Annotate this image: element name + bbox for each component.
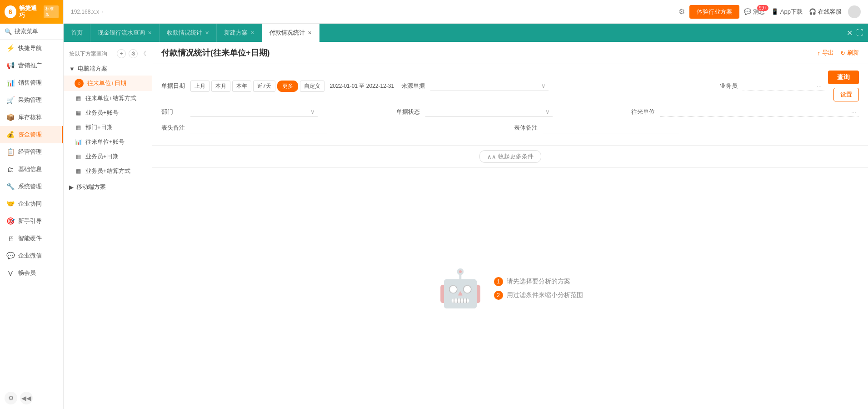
dept-date-icon: ▦ xyxy=(75,124,82,131)
app-download-btn[interactable]: 📱 App下载 xyxy=(771,8,803,16)
search-menu[interactable]: 🔍 搜索菜单 xyxy=(0,24,63,40)
tab-expand-icon[interactable]: ⛶ xyxy=(856,29,863,37)
dept-filter-select[interactable]: ∨ xyxy=(190,107,318,117)
note-header-input[interactable] xyxy=(190,122,327,133)
sidebar-item-capital[interactable]: 💰 资金管理 xyxy=(0,126,63,143)
schema-item-salesperson-settlement[interactable]: ▦ 业务员+结算方式 xyxy=(64,164,152,178)
schema-item-salesperson-account[interactable]: ▦ 业务员+账号 xyxy=(64,106,152,120)
receipt-stats-tab-close[interactable]: ✕ xyxy=(205,30,209,36)
sidebar-item-member[interactable]: V 畅会员 xyxy=(0,264,63,282)
date-filter-btns: 上月 本月 本年 近7天 更多 自定义 xyxy=(190,81,324,92)
tab-close-all-icon[interactable]: ✕ xyxy=(847,29,853,37)
note-body-label: 表体备注 xyxy=(514,124,539,132)
tab-new-schema[interactable]: 新建方案 ✕ xyxy=(217,24,262,42)
date-btn-this-month[interactable]: 本月 xyxy=(211,81,230,92)
cash-flow-tab-close[interactable]: ✕ xyxy=(148,30,152,36)
sidebar-item-marketing[interactable]: 📢 营销推广 xyxy=(0,57,63,74)
schema-item-partner-date[interactable]: ○ 往来单位+日期 xyxy=(64,76,152,91)
salesperson-input[interactable]: ··· xyxy=(743,81,824,91)
add-schema-btn[interactable]: + xyxy=(117,49,126,58)
breadcrumb-chevron: › xyxy=(102,9,104,15)
settings-schema-btn[interactable]: ⚙ xyxy=(129,49,138,58)
message-btn[interactable]: 💬 消息 99+ xyxy=(744,8,765,16)
date-btn-custom[interactable]: 自定义 xyxy=(300,81,324,92)
schema-item-partner-settlement[interactable]: ▦ 往来单位+结算方式 xyxy=(64,91,152,106)
sidebar-item-inventory[interactable]: 📦 库存核算 xyxy=(0,109,63,126)
trial-btn[interactable]: 体验行业方案 xyxy=(689,5,739,19)
partner-account-icon: 📊 xyxy=(75,138,82,146)
payment-stats-tab-close[interactable]: ✕ xyxy=(308,30,312,36)
sidebar-item-smart[interactable]: 🖥 智能硬件 xyxy=(0,230,63,247)
sidebar-item-system[interactable]: 🔧 系统管理 xyxy=(0,178,63,195)
counterpart-input[interactable]: ··· xyxy=(660,107,859,117)
sidebar-item-quicknav[interactable]: ⚡ 快捷导航 xyxy=(0,40,63,57)
date-range-text: 2022-01-01 至 2022-12-31 xyxy=(330,82,394,90)
date-btn-this-year[interactable]: 本年 xyxy=(232,81,251,92)
note-body-input[interactable] xyxy=(543,122,679,133)
message-icon: 💬 xyxy=(744,8,751,15)
left-panel-actions: + ⚙ 《 xyxy=(117,49,146,58)
source-filter-cell: 来源单据 ∨ xyxy=(401,81,713,91)
sidebar-item-wechat[interactable]: 💬 企业微信 xyxy=(0,247,63,264)
empty-hint-2: 2 用过滤条件来缩小分析范围 xyxy=(494,291,583,300)
tab-bar: 首页 现金银行流水查询 ✕ 收款情况统计 ✕ 新建方案 ✕ 付款情况统计 ✕ ✕… xyxy=(64,24,868,42)
salesperson-account-icon: ▦ xyxy=(75,109,82,116)
schema-item-label: 部门+日期 xyxy=(85,123,113,131)
collapse-sidebar-icon[interactable]: ◀◀ xyxy=(20,392,33,404)
member-icon: V xyxy=(6,269,15,277)
sidebar-item-basic[interactable]: 🗂 基础信息 xyxy=(0,161,63,178)
export-btn[interactable]: ↑ 导出 xyxy=(818,49,834,57)
source-filter-select[interactable]: ∨ xyxy=(430,81,549,91)
schema-item-label: 业务员+日期 xyxy=(85,152,119,161)
sidebar-item-label: 资金管理 xyxy=(18,131,42,139)
empty-content: 🤖 1 请先选择要分析的方案 2 用过滤条件来缩小分析范围 xyxy=(438,267,583,310)
left-panel: 按以下方案查询 + ⚙ 《 ▼ 电脑端方案 ○ 往来单位+日期 ▦ xyxy=(64,42,152,409)
settings-filter-btn[interactable]: 设置 xyxy=(833,88,859,101)
home-tab-label: 首页 xyxy=(71,29,83,37)
collapse-panel-btn[interactable]: 《 xyxy=(140,50,146,58)
counterpart-filter-cell: 往来单位 ··· xyxy=(631,107,859,117)
mobile-group-label: 移动端方案 xyxy=(76,183,106,191)
schema-item-dept-date[interactable]: ▦ 部门+日期 xyxy=(64,120,152,135)
page-title: 付款情况统计(往来单位+日期) xyxy=(161,47,270,58)
tab-cash-flow[interactable]: 现金银行流水查询 ✕ xyxy=(90,24,160,42)
quicknav-icon: ⚡ xyxy=(6,44,15,52)
desktop-group-label: 电脑端方案 xyxy=(78,65,107,73)
schema-group-mobile-header[interactable]: ▶ 移动端方案 xyxy=(64,180,152,194)
sidebar-item-sales[interactable]: 📊 销售管理 xyxy=(0,74,63,91)
schema-group-desktop-header[interactable]: ▼ 电脑端方案 xyxy=(64,62,152,76)
user-avatar[interactable] xyxy=(848,5,861,18)
empty-hint-1: 1 请先选择要分析的方案 xyxy=(494,277,583,286)
sidebar-item-operations[interactable]: 📋 经营管理 xyxy=(0,143,63,161)
sidebar-item-purchase[interactable]: 🛒 采购管理 xyxy=(0,91,63,109)
sidebar-item-label: 企业协同 xyxy=(18,200,42,208)
collapse-conditions-btn[interactable]: ∧∧ 收起更多条件 xyxy=(479,150,541,163)
left-panel-header-label: 按以下方案查询 xyxy=(69,50,107,58)
partner-date-active-icon: ○ xyxy=(75,79,84,88)
date-btn-more[interactable]: 更多 xyxy=(277,81,298,92)
date-btn-last-month[interactable]: 上月 xyxy=(190,81,210,92)
content-area: 按以下方案查询 + ⚙ 《 ▼ 电脑端方案 ○ 往来单位+日期 ▦ xyxy=(64,42,868,409)
sidebar-logo: 6 畅捷通巧 标准版 xyxy=(0,0,63,24)
tab-receipt-stats[interactable]: 收款情况统计 ✕ xyxy=(160,24,217,42)
schema-item-partner-account[interactable]: 📊 往来单位+账号 xyxy=(64,135,152,149)
docstatus-filter-select[interactable]: ∨ xyxy=(425,107,553,117)
schema-item-salesperson-date[interactable]: ▦ 业务员+日期 xyxy=(64,149,152,164)
tab-home[interactable]: 首页 xyxy=(64,24,90,42)
sidebar-item-guide[interactable]: 🎯 新手引导 xyxy=(0,212,63,230)
refresh-btn[interactable]: ↻ 刷新 xyxy=(840,49,859,57)
tab-payment-stats[interactable]: 付款情况统计 ✕ xyxy=(262,24,319,42)
counterpart-label: 往来单位 xyxy=(631,108,657,116)
online-service-btn[interactable]: 🎧 在线客服 xyxy=(809,8,842,16)
date-btn-last-7days[interactable]: 近7天 xyxy=(253,81,275,92)
enterprise-icon: 🤝 xyxy=(6,200,15,208)
new-schema-tab-close[interactable]: ✕ xyxy=(250,30,254,36)
topbar-settings-icon[interactable]: ⚙ xyxy=(678,7,685,16)
query-btn-col: 查询 设置 xyxy=(828,71,859,101)
dept-select-chevron: ∨ xyxy=(310,108,315,115)
sidebar-item-enterprise[interactable]: 🤝 企业协同 xyxy=(0,195,63,212)
query-btn[interactable]: 查询 xyxy=(828,71,859,84)
sidebar: 6 畅捷通巧 标准版 🔍 搜索菜单 ⚡ 快捷导航 📢 营销推广 📊 销售管理 🛒… xyxy=(0,0,64,409)
sidebar-item-label: 库存核算 xyxy=(18,113,42,121)
settings-bottom-icon[interactable]: ⚙ xyxy=(5,392,17,404)
